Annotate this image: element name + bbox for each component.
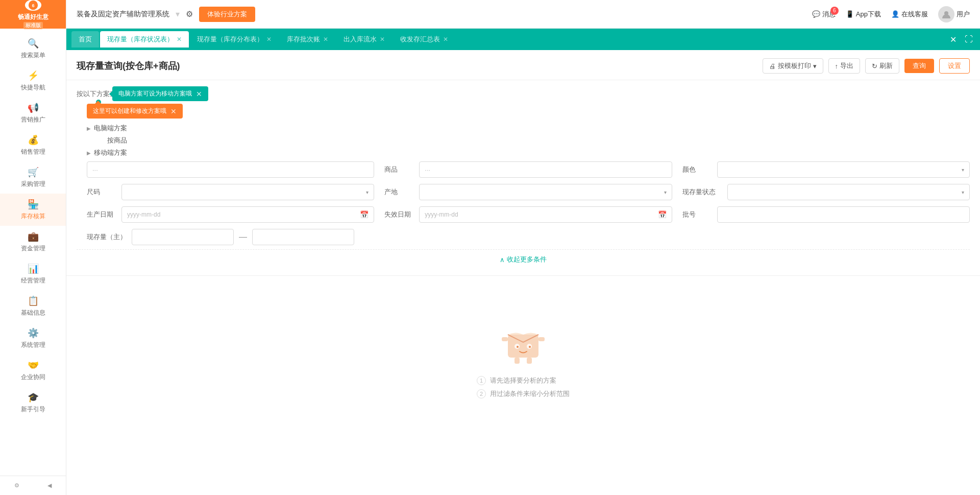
system-name: 装备及固定资产辅助管理系统 <box>77 10 169 19</box>
tooltip-2-area: 这里可以创建和修改方案哦 ✕ <box>87 104 183 119</box>
search-menu-icon: 🔍 <box>28 38 39 49</box>
filter-row-3: 生产日期 yyyy-mm-dd 📅 失效日期 yyyy-mm-dd 📅 <box>87 206 970 223</box>
sidebar-item-purchase[interactable]: 🛒 采购管理 <box>0 161 66 194</box>
tab-inventory-status-close[interactable]: ✕ <box>177 36 182 42</box>
sidebar-search-label: 搜索菜单 <box>21 51 45 60</box>
sidebar-settings-btn[interactable]: ⚙ <box>14 482 19 489</box>
export-btn[interactable]: ↑ 导出 <box>828 58 861 74</box>
tab-maximize-btn[interactable]: ⛶ <box>963 33 975 46</box>
app-download-btn[interactable]: 📱 App下载 <box>846 10 881 19</box>
query-btn[interactable]: 查询 <box>904 59 934 73</box>
online-service-btn[interactable]: 👤 在线客服 <box>891 10 928 19</box>
sidebar-item-system[interactable]: ⚙️ 系统管理 <box>0 322 66 355</box>
sidebar-item-search[interactable]: 🔍 搜索菜单 <box>0 33 66 65</box>
user-menu[interactable]: 用户 <box>938 6 970 22</box>
sidebar-item-sales[interactable]: 💰 销售管理 <box>0 129 66 161</box>
filter-stock-status-select[interactable]: ▾ <box>727 184 970 200</box>
filter-mobile-label: 移动端方案 <box>94 148 127 157</box>
empty-tip-2: 2 用过滤条件来缩小分析范围 <box>477 389 570 398</box>
tooltip-1-close[interactable]: ✕ <box>196 90 202 98</box>
tab-batch-account[interactable]: 库存批次账 ✕ <box>280 31 335 48</box>
sidebar-collapse-btn[interactable]: ◀ <box>47 482 52 489</box>
sidebar-item-enterprise[interactable]: 🤝 企业协同 <box>0 355 66 387</box>
filter-expire-date-input[interactable]: yyyy-mm-dd 📅 <box>419 206 672 223</box>
svg-rect-3 <box>508 335 538 358</box>
tab-inventory-dist[interactable]: 现存量（库存分布表） ✕ <box>190 31 279 48</box>
filter-prod-date-row: 生产日期 yyyy-mm-dd 📅 <box>87 206 374 223</box>
settings-btn[interactable]: 设置 <box>939 58 970 74</box>
collapse-btn[interactable]: ∧ 收起更多条件 <box>500 255 547 264</box>
expire-date-label: 失效日期 <box>384 210 415 219</box>
sidebar-item-finance[interactable]: 💼 资金管理 <box>0 226 66 258</box>
filter-tree-by-goods[interactable]: 按商品 <box>97 136 970 145</box>
filter-stock-qty-max[interactable] <box>252 229 354 245</box>
enterprise-icon: 🤝 <box>28 360 39 371</box>
sidebar-item-quick-nav[interactable]: ⚡ 快捷导航 <box>0 65 66 97</box>
pc-expand-arrow: ▶ <box>87 126 91 131</box>
sidebar-item-guide[interactable]: 🎓 新手引导 <box>0 387 66 419</box>
quick-nav-icon: ⚡ <box>28 70 39 81</box>
filter-tree-pc[interactable]: ▶ 电脑端方案 <box>87 124 970 133</box>
stock-status-arrow: ▾ <box>962 190 964 195</box>
tab-batch-account-close[interactable]: ✕ <box>323 36 328 42</box>
sidebar-finance-label: 资金管理 <box>21 244 45 253</box>
template-print-btn[interactable]: 🖨 按模板打印 ▾ <box>763 58 823 74</box>
sidebar: 6 畅通好生意 标准版 🔍 搜索菜单 ⚡ 快捷导航 📢 营销推广 💰 销售管理 … <box>0 0 66 495</box>
svg-text:6: 6 <box>32 3 34 8</box>
header-right: 💬 消息 6 📱 App下载 👤 在线客服 用户 <box>812 6 970 22</box>
tab-receive-summary-close[interactable]: ✕ <box>443 36 448 42</box>
refresh-btn[interactable]: ↻ 刷新 <box>865 58 899 74</box>
filter-origin-select[interactable]: ▾ <box>419 184 672 200</box>
tip-1-text: 请先选择要分析的方案 <box>490 376 556 385</box>
tab-inventory-dist-close[interactable]: ✕ <box>266 36 272 42</box>
settings-icon[interactable]: ⚙ <box>186 9 193 19</box>
tab-inventory-status[interactable]: 现存量（库存状况表） ✕ <box>100 31 189 48</box>
sidebar-item-marketing[interactable]: 📢 营销推广 <box>0 97 66 129</box>
finance-icon: 💼 <box>28 231 39 242</box>
tooltip-2-text: 这里可以创建和修改方案哦 <box>93 107 166 115</box>
tab-receive-summary[interactable]: 收发存汇总表 ✕ <box>393 31 455 48</box>
sidebar-purchase-label: 采购管理 <box>21 180 45 188</box>
sidebar-item-inventory[interactable]: 🏪 库存核算 <box>0 194 66 226</box>
svg-point-6 <box>517 346 519 348</box>
sidebar-item-basic-info[interactable]: 📋 基础信息 <box>0 290 66 322</box>
sidebar-inventory-label: 库存核算 <box>21 212 45 221</box>
filter-goods-row: 商品 ··· <box>384 161 672 178</box>
filter-size-select[interactable]: ▾ <box>121 184 374 200</box>
filter-color-select[interactable]: ▾ <box>717 161 970 178</box>
app-download-label: App下载 <box>856 10 881 19</box>
tab-inout-flow[interactable]: 出入库流水 ✕ <box>336 31 392 48</box>
empty-tips: 1 请先选择要分析的方案 2 用过滤条件来缩小分析范围 <box>477 376 570 398</box>
tabs-bar: 首页 现存量（库存状况表） ✕ 现存量（库存分布表） ✕ 库存批次账 ✕ 出入库… <box>66 29 980 50</box>
tab-inventory-dist-label: 现存量（库存分布表） <box>197 35 263 44</box>
color-arrow: ▾ <box>962 167 964 173</box>
message-badge: 6 <box>830 7 839 15</box>
main-content: 装备及固定资产辅助管理系统 ▾ ⚙ 体验行业方案 💬 消息 6 📱 App下载 … <box>66 0 980 495</box>
tip-num-1: 1 <box>477 376 486 385</box>
tooltip-2-close[interactable]: ✕ <box>170 107 177 115</box>
industry-plan-btn[interactable]: 体验行业方案 <box>199 7 255 22</box>
tip-num-2: 2 <box>477 389 486 398</box>
filter-color-row: 颜色 ▾ <box>682 161 970 178</box>
sidebar-item-operations[interactable]: 📊 经营管理 <box>0 258 66 290</box>
tab-home[interactable]: 首页 <box>71 31 99 48</box>
filter-goods-input[interactable]: ··· <box>419 161 672 178</box>
sidebar-collapse-icon: ◀ <box>47 482 52 489</box>
filter-tree-mobile[interactable]: ▶ 移动端方案 <box>87 148 970 157</box>
svg-point-7 <box>529 346 531 348</box>
tab-close-all-btn[interactable]: ✕ <box>948 33 959 46</box>
content-area: 现存量查询(按仓库+商品) 🖨 按模板打印 ▾ ↑ 导出 ↻ 刷新 <box>66 50 980 495</box>
tab-inout-flow-close[interactable]: ✕ <box>380 36 385 42</box>
guide-icon: 🎓 <box>28 392 39 403</box>
filter-stock-qty-min[interactable] <box>132 229 234 245</box>
message-btn[interactable]: 💬 消息 6 <box>812 10 836 19</box>
stock-status-label: 现存量状态 <box>682 187 723 197</box>
filter-prod-date-input[interactable]: yyyy-mm-dd 📅 <box>121 206 374 223</box>
filter-warehouse-input[interactable]: ··· <box>87 161 374 178</box>
filter-batch-input[interactable] <box>717 206 970 223</box>
print-icon: 🖨 <box>769 62 776 70</box>
filter-tree-sub: 按商品 <box>97 136 970 145</box>
filter-stock-status-row: 现存量状态 ▾ <box>682 184 970 200</box>
color-label: 颜色 <box>682 165 713 174</box>
size-arrow: ▾ <box>366 190 369 195</box>
